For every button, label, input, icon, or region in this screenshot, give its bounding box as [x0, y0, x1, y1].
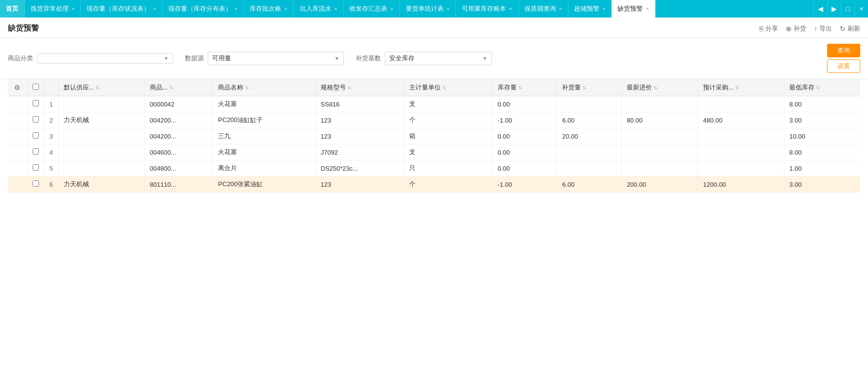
replenish-base-value: 安全库存	[389, 54, 415, 63]
row-checkbox-cell	[27, 96, 44, 112]
data-source-chevron: ▼	[334, 55, 340, 61]
page-title: 缺货预警	[8, 23, 39, 34]
row-num-cell: 3	[44, 128, 58, 144]
row-num-cell: 5	[44, 160, 58, 176]
sort-icon-minstock: ⇅	[816, 85, 820, 90]
row-spec: J7092	[316, 144, 404, 160]
close-tab-5[interactable]: ×	[334, 6, 337, 12]
row-settings-cell	[8, 160, 27, 176]
replenish-base-select[interactable]: 安全库存 ▼	[385, 52, 492, 65]
main-content: 缺货预警 ⎘ 分享 ⊕ 补货 ↑ 导出 ↻ 刷新 商品分类	[0, 18, 868, 387]
row-settings-cell	[8, 112, 27, 128]
row-stock: -1.00	[492, 112, 557, 128]
close-tab-6[interactable]: ×	[390, 6, 393, 12]
close-tab-4[interactable]: ×	[284, 6, 287, 12]
select-all-checkbox[interactable]	[33, 84, 39, 90]
nav-controls: ◀ ▶ □ ×	[814, 0, 868, 18]
table-row: 4 004600... 火花塞 J7092 支 0.00 8.00	[8, 144, 860, 160]
row-spec: SS816	[316, 96, 404, 112]
row-latest-price: 200.00	[622, 176, 698, 193]
data-source-select[interactable]: 可用量 ▼	[208, 52, 344, 65]
share-action[interactable]: ⎘ 分享	[760, 24, 778, 33]
th-unit[interactable]: 主计量单位 ⇅	[404, 79, 492, 96]
tab-pick-exception[interactable]: 拣货异常处理 ×	[25, 0, 81, 18]
row-spec: 123	[316, 176, 404, 193]
row-num-cell: 1	[44, 96, 58, 112]
product-category-chevron: ▼	[163, 55, 169, 61]
row-min-stock: 3.00	[784, 176, 860, 193]
row-checkbox-5[interactable]	[33, 180, 39, 187]
tab-batch-account[interactable]: 库存批次账 ×	[244, 0, 293, 18]
th-default-supplier[interactable]: 默认供应... ⇅	[58, 79, 145, 96]
row-checkbox-0[interactable]	[33, 100, 39, 106]
row-unit: 支	[404, 144, 492, 160]
close-tab-9[interactable]: ×	[559, 6, 562, 12]
close-tab-10[interactable]: ×	[602, 6, 605, 12]
th-latest-price[interactable]: 最新进价 ⇅	[622, 79, 698, 96]
th-stock[interactable]: 库存量 ⇅	[492, 79, 557, 96]
close-tab-1[interactable]: ×	[72, 6, 74, 12]
table-row: 6 力天机械 801110... PC200张紧油缸 123 个 -1.00 6…	[8, 176, 860, 193]
sort-icon-stock: ⇅	[518, 85, 522, 90]
th-replenish[interactable]: 补货量 ⇅	[557, 79, 622, 96]
row-latest-price	[622, 144, 698, 160]
table-row: 1 0000042 火花塞 SS816 支 0.00 8.00	[8, 96, 860, 112]
query-button[interactable]: 查询	[827, 44, 860, 57]
row-supplier	[58, 96, 145, 112]
tab-home[interactable]: 首页	[0, 0, 25, 18]
close-tab-3[interactable]: ×	[235, 6, 237, 12]
replenish-label: 补货	[794, 24, 806, 33]
row-min-stock: 1.00	[784, 160, 860, 176]
row-code: 004200...	[145, 128, 213, 144]
nav-next-button[interactable]: ▶	[827, 0, 841, 18]
nav-prev-button[interactable]: ◀	[814, 0, 827, 18]
row-replenish	[557, 160, 622, 176]
row-checkbox-1[interactable]	[33, 116, 39, 123]
row-replenish	[557, 144, 622, 160]
row-stock: 0.00	[492, 128, 557, 144]
row-checkbox-4[interactable]	[33, 164, 39, 171]
sort-icon-code: ⇅	[169, 85, 173, 90]
tab-receive-summary[interactable]: 收发存汇总表 ×	[344, 0, 399, 18]
row-replenish: 6.00	[557, 112, 622, 128]
th-est-purchase[interactable]: 预计采购... ⇅	[698, 79, 784, 96]
row-stock: 0.00	[492, 144, 557, 160]
close-tab-7[interactable]: ×	[447, 6, 450, 12]
close-tab-8[interactable]: ×	[509, 6, 512, 12]
tab-inventory-dist[interactable]: 现存量（库存分布表） ×	[163, 0, 244, 18]
th-min-stock[interactable]: 最低库存 ⇅	[784, 79, 860, 96]
close-tab-11[interactable]: ×	[646, 6, 649, 12]
row-checkbox-cell	[27, 144, 44, 160]
row-replenish	[557, 96, 622, 112]
data-source-group: 数据源 可用量 ▼	[185, 52, 344, 65]
th-spec[interactable]: 规格型号 ⇅	[316, 79, 404, 96]
row-latest-price	[622, 160, 698, 176]
tab-available-ledger[interactable]: 可用量库存账本 ×	[456, 0, 518, 18]
sort-icon-supplier: ⇅	[95, 85, 99, 90]
row-checkbox-3[interactable]	[33, 148, 39, 155]
close-tab-2[interactable]: ×	[153, 6, 156, 12]
replenish-action[interactable]: ⊕ 补货	[786, 24, 806, 33]
th-product-code[interactable]: 商品... ⇅	[145, 79, 213, 96]
export-action[interactable]: ↑ 导出	[814, 24, 832, 33]
row-min-stock: 10.00	[784, 128, 860, 144]
tab-overstock-warning[interactable]: 超储预警 ×	[568, 0, 612, 18]
product-category-select[interactable]: ▼	[37, 53, 173, 64]
tab-inventory-status[interactable]: 现存量（库存状况表） ×	[81, 0, 162, 18]
nav-close-button[interactable]: ×	[854, 0, 868, 18]
nav-restore-button[interactable]: □	[841, 0, 854, 18]
tab-goods-stat[interactable]: 要货单统计表 ×	[400, 0, 456, 18]
row-supplier	[58, 160, 145, 176]
tab-inout-flow[interactable]: 出入库流水 ×	[294, 0, 344, 18]
row-checkbox-2[interactable]	[33, 132, 39, 139]
refresh-action[interactable]: ↻ 刷新	[840, 24, 860, 33]
row-est-purchase	[698, 160, 784, 176]
tab-shortage-warning[interactable]: 缺货预警 ×	[612, 0, 655, 18]
sort-icon-price: ⇅	[653, 85, 657, 90]
column-settings-icon[interactable]: ⚙	[14, 84, 20, 91]
tab-expiry-query[interactable]: 保质期查询 ×	[519, 0, 568, 18]
table-container: ⚙ 默认供应... ⇅ 商品...	[0, 79, 868, 193]
th-product-name[interactable]: 商品名称 ⇅	[213, 79, 316, 96]
row-supplier	[58, 144, 145, 160]
settings-button[interactable]: 设置	[827, 59, 860, 73]
